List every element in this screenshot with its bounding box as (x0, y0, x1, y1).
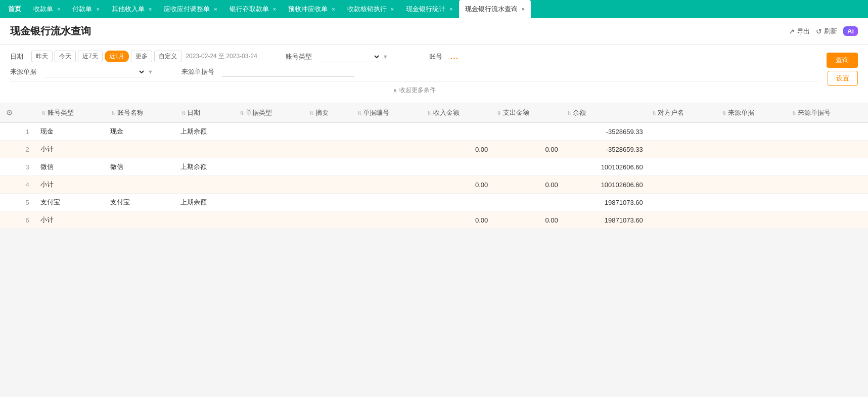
settings-column-header[interactable]: ⚙ (0, 103, 18, 123)
filter-row-2: 来源单据 ▼ 来源单据号 (10, 66, 818, 77)
nav-item-ar-ap-adjust[interactable]: 应收应付调整单 × (158, 0, 223, 18)
date-btn-more[interactable]: 更多 (131, 51, 152, 62)
account-type-select-wrap: ▼ (320, 51, 401, 62)
nav-item-receipt-verify[interactable]: 收款核销执行 × (341, 0, 400, 18)
settings-button[interactable]: 设置 (828, 71, 858, 86)
account-dots-button[interactable]: ... (450, 52, 459, 61)
sort-icon-source-doc[interactable]: ⇅ (722, 110, 726, 116)
table-row[interactable]: 5支付宝支付宝上期余额19871073.60 (0, 194, 868, 211)
account-type-chevron-icon: ▼ (383, 54, 388, 60)
header-actions: ↗ 导出 ↺ 刷新 Ai (789, 26, 858, 36)
other-income-label: 其他收入单 (112, 0, 145, 18)
collapse-up-icon: ∧ (393, 87, 397, 94)
collapse-row: ∧ 收起更多条件 (10, 81, 818, 99)
data-table: ⚙ ⇅ 账号类型 ⇅ 账号名称 ⇅ 日期 ⇅ 单据类型 (0, 103, 868, 229)
source-doc-num-label: 来源单据号 (181, 67, 214, 76)
date-btn-today[interactable]: 今天 (55, 51, 76, 62)
sort-icon-counterparty[interactable]: ⇅ (652, 110, 656, 116)
ar-ap-adjust-label: 应收应付调整单 (164, 0, 210, 18)
account-type-select[interactable] (320, 51, 381, 62)
filter-main: 日期 昨天 今天 近7天 近1月 更多 自定义 2023-02-24 至 202… (10, 51, 818, 99)
page-header: 现金银行流水查询 ↗ 导出 ↺ 刷新 Ai (0, 18, 868, 45)
nav-item-bank-deposit[interactable]: 银行存取款单 × (223, 0, 282, 18)
bank-deposit-label: 银行存取款单 (230, 0, 269, 18)
account-label: 账号 (429, 52, 442, 61)
table-container: ⚙ ⇅ 账号类型 ⇅ 账号名称 ⇅ 日期 ⇅ 单据类型 (0, 103, 868, 229)
sort-icon-summary[interactable]: ⇅ (309, 110, 313, 116)
home-label: 首页 (8, 0, 21, 18)
refresh-button[interactable]: ↺ 刷新 (816, 27, 837, 36)
col-header-doc-number: ⇅ 单据编号 (352, 103, 422, 123)
source-doc-label: 来源单据 (10, 67, 36, 76)
sort-icon-income[interactable]: ⇅ (427, 110, 431, 116)
nav-item-receipt[interactable]: 收款单 × (27, 0, 66, 18)
sort-icon-doc-number[interactable]: ⇅ (357, 110, 361, 116)
nav-item-payment[interactable]: 付款单 × (66, 0, 105, 18)
table-row[interactable]: 3微信微信上期余额100102606.60 (0, 158, 868, 176)
sort-icon-source-doc-num[interactable]: ⇅ (792, 110, 796, 116)
close-cash-stats-icon[interactable]: × (449, 0, 452, 18)
date-btn-custom[interactable]: 自定义 (154, 51, 181, 62)
date-btn-7days[interactable]: 近7天 (78, 51, 103, 62)
nav-item-cash-stats[interactable]: 现金银行统计 × (400, 0, 459, 18)
nav-item-home[interactable]: 首页 (2, 0, 27, 18)
date-btn-yesterday[interactable]: 昨天 (31, 51, 53, 62)
date-btn-1month[interactable]: 近1月 (105, 51, 129, 62)
sort-icon-date[interactable]: ⇅ (181, 110, 186, 116)
gear-icon[interactable]: ⚙ (6, 108, 13, 117)
close-receipt-verify-icon[interactable]: × (391, 0, 394, 18)
table-row[interactable]: 2小计0.000.00-3528659.33 (0, 141, 868, 158)
filter-row-1: 日期 昨天 今天 近7天 近1月 更多 自定义 2023-02-24 至 202… (10, 51, 818, 62)
ai-button[interactable]: Ai (843, 26, 858, 36)
close-payment-icon[interactable]: × (96, 0, 99, 18)
refresh-label: 刷新 (824, 27, 837, 36)
col-header-balance: ⇅ 余额 (562, 103, 647, 123)
collapse-label: 收起更多条件 (399, 86, 436, 95)
close-bank-deposit-icon[interactable]: × (273, 0, 276, 18)
table-row[interactable]: 6小计0.000.0019871073.60 (0, 211, 868, 229)
payment-label: 付款单 (72, 0, 92, 18)
table-row[interactable]: 4小计0.000.00100102606.60 (0, 176, 868, 194)
collapse-button[interactable]: ∧ 收起更多条件 (393, 84, 436, 97)
date-quick-btns: 昨天 今天 近7天 近1月 更多 自定义 2023-02-24 至 2023-0… (31, 51, 257, 62)
col-header-summary: ⇅ 摘要 (304, 103, 352, 123)
table-header-row: ⚙ ⇅ 账号类型 ⇅ 账号名称 ⇅ 日期 ⇅ 单据类型 (0, 103, 868, 123)
cash-flow-label: 现金银行流水查询 (465, 0, 518, 18)
export-label: 导出 (797, 27, 810, 36)
date-label: 日期 (10, 52, 23, 61)
sort-icon-doc-type[interactable]: ⇅ (240, 110, 244, 116)
col-header-account-name: ⇅ 账号名称 (106, 103, 176, 123)
query-button[interactable]: 查询 (827, 53, 858, 68)
sort-icon-expense[interactable]: ⇅ (497, 110, 501, 116)
nav-item-prepay-offset[interactable]: 预收冲应收单 × (282, 0, 341, 18)
source-doc-num-input[interactable] (222, 67, 354, 77)
close-cash-flow-icon[interactable]: × (522, 0, 525, 18)
close-prepay-icon[interactable]: × (332, 0, 335, 18)
close-receipt-icon[interactable]: × (57, 0, 60, 18)
receipt-label: 收款单 (33, 0, 53, 18)
prepay-offset-label: 预收冲应收单 (288, 0, 328, 18)
col-header-date: ⇅ 日期 (176, 103, 235, 123)
close-other-income-icon[interactable]: × (149, 0, 152, 18)
col-header-account-type: ⇅ 账号类型 (36, 103, 106, 123)
refresh-icon: ↺ (816, 27, 822, 35)
col-header-source-doc: ⇅ 来源单据 (717, 103, 787, 123)
source-doc-chevron-icon: ▼ (148, 69, 153, 75)
col-header-doc-type: ⇅ 单据类型 (235, 103, 304, 123)
sort-icon-balance[interactable]: ⇅ (567, 110, 571, 116)
col-header-counterparty: ⇅ 对方户名 (647, 103, 717, 123)
account-type-label: 账号类型 (286, 52, 312, 61)
sort-icon-account-name[interactable]: ⇅ (111, 110, 115, 116)
filter-area: 日期 昨天 今天 近7天 近1月 更多 自定义 2023-02-24 至 202… (0, 45, 868, 103)
col-header-income: ⇅ 收入金额 (422, 103, 492, 123)
source-doc-select[interactable] (44, 66, 146, 77)
close-ar-ap-icon[interactable]: × (214, 0, 217, 18)
nav-item-other-income[interactable]: 其他收入单 × (106, 0, 158, 18)
export-button[interactable]: ↗ 导出 (789, 27, 810, 36)
table-body: 1现金现金上期余额-3528659.332小计0.000.00-3528659.… (0, 123, 868, 229)
filter-section: 日期 昨天 今天 近7天 近1月 更多 自定义 2023-02-24 至 202… (10, 51, 858, 99)
sort-icon-account-type[interactable]: ⇅ (41, 110, 45, 116)
table-row[interactable]: 1现金现金上期余额-3528659.33 (0, 123, 868, 141)
date-range-text: 2023-02-24 至 2023-03-24 (186, 52, 257, 61)
nav-item-cash-flow[interactable]: 现金银行流水查询 × (459, 0, 531, 18)
